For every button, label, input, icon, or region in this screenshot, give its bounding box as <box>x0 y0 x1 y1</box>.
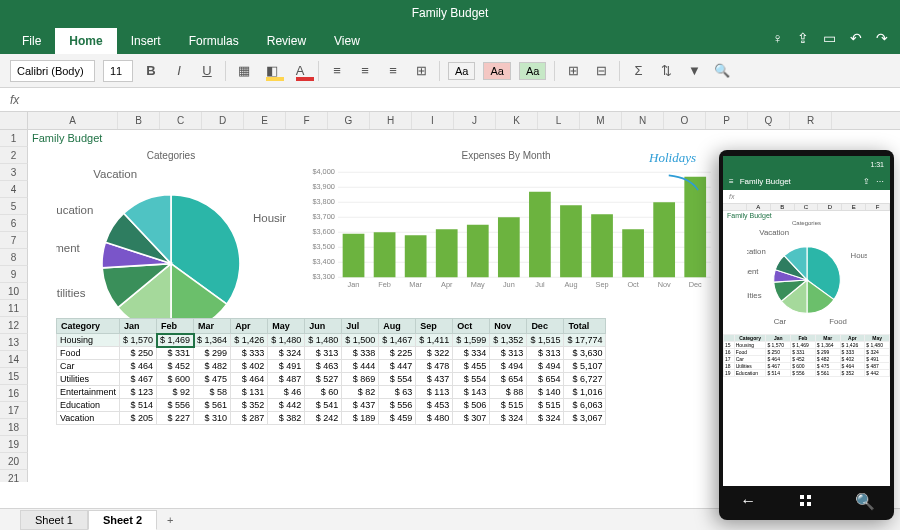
table-header[interactable]: Jan <box>120 319 157 334</box>
select-all-corner[interactable] <box>0 112 28 129</box>
table-header[interactable]: Apr <box>231 319 268 334</box>
col-header-D[interactable]: D <box>202 112 244 129</box>
align-left-button[interactable]: ≡ <box>327 60 347 82</box>
table-header[interactable]: Jun <box>305 319 342 334</box>
table-row[interactable]: Food$ 250$ 331$ 299$ 333$ 324$ 313$ 338$… <box>57 347 606 360</box>
row-header-1[interactable]: 1 <box>0 130 28 147</box>
redo-icon[interactable]: ↷ <box>876 30 888 46</box>
row-header-3[interactable]: 3 <box>0 164 28 181</box>
row-header-2[interactable]: 2 <box>0 147 28 164</box>
table-row[interactable]: Entertainment$ 123$ 92$ 58$ 131$ 46$ 60$… <box>57 386 606 399</box>
row-header-10[interactable]: 10 <box>0 283 28 300</box>
tab-formulas[interactable]: Formulas <box>175 28 253 54</box>
tab-file[interactable]: File <box>8 28 55 54</box>
phone-more-icon[interactable]: ⋯ <box>876 177 884 186</box>
undo-icon[interactable]: ↶ <box>850 30 862 46</box>
row-header-4[interactable]: 4 <box>0 181 28 198</box>
sheet-tab[interactable]: Sheet 2 <box>88 510 157 530</box>
find-button[interactable]: 🔍 <box>712 60 732 82</box>
font-color-button[interactable]: A <box>290 60 310 82</box>
row-header-6[interactable]: 6 <box>0 215 28 232</box>
phone-data-table[interactable]: CategoryJanFebMarAprMay15Housing$ 1,570$… <box>723 334 890 377</box>
row-header-16[interactable]: 16 <box>0 385 28 402</box>
sheet-tab[interactable]: Sheet 1 <box>20 510 88 530</box>
row-header-20[interactable]: 20 <box>0 453 28 470</box>
table-row[interactable]: Housing$ 1,570$ 1,469$ 1,364$ 1,426$ 1,4… <box>57 334 606 347</box>
tab-home[interactable]: Home <box>55 28 116 54</box>
cell-style-1[interactable]: Aa <box>448 62 475 80</box>
col-header-B[interactable]: B <box>118 112 160 129</box>
table-header[interactable]: Nov <box>490 319 527 334</box>
underline-button[interactable]: U <box>197 60 217 82</box>
table-header[interactable]: Oct <box>453 319 490 334</box>
row-header-11[interactable]: 11 <box>0 300 28 317</box>
table-header[interactable]: Sep <box>416 319 453 334</box>
add-sheet-button[interactable]: + <box>157 511 183 529</box>
border-button[interactable]: ▦ <box>234 60 254 82</box>
col-header-H[interactable]: H <box>370 112 412 129</box>
fill-color-button[interactable]: ◧ <box>262 60 282 82</box>
cell-style-3[interactable]: Aa <box>519 62 546 80</box>
lightbulb-icon[interactable]: ♀ <box>773 30 784 46</box>
col-header-A[interactable]: A <box>28 112 118 129</box>
row-header-13[interactable]: 13 <box>0 334 28 351</box>
filter-button[interactable]: ▼ <box>684 60 704 82</box>
bold-button[interactable]: B <box>141 60 161 82</box>
bar-chart[interactable]: Expenses By Month Holidays $3,300$3,400$… <box>296 150 716 300</box>
col-header-Q[interactable]: Q <box>748 112 790 129</box>
col-header-G[interactable]: G <box>328 112 370 129</box>
row-header-5[interactable]: 5 <box>0 198 28 215</box>
col-header-R[interactable]: R <box>790 112 832 129</box>
align-right-button[interactable]: ≡ <box>383 60 403 82</box>
delete-cells-button[interactable]: ⊟ <box>591 60 611 82</box>
row-header-19[interactable]: 19 <box>0 436 28 453</box>
font-size-select[interactable]: 11 <box>103 60 133 82</box>
table-header[interactable]: Jul <box>342 319 379 334</box>
table-row[interactable]: Vacation$ 205$ 227$ 310$ 287$ 382$ 242$ … <box>57 412 606 425</box>
table-row[interactable]: Education$ 514$ 556$ 561$ 352$ 442$ 541$… <box>57 399 606 412</box>
row-header-7[interactable]: 7 <box>0 232 28 249</box>
col-header-O[interactable]: O <box>664 112 706 129</box>
sort-button[interactable]: ⇅ <box>656 60 676 82</box>
col-header-I[interactable]: I <box>412 112 454 129</box>
col-header-N[interactable]: N <box>622 112 664 129</box>
table-header[interactable]: Dec <box>527 319 564 334</box>
col-header-F[interactable]: F <box>286 112 328 129</box>
row-header-21[interactable]: 21 <box>0 470 28 482</box>
col-header-M[interactable]: M <box>580 112 622 129</box>
phone-share-icon[interactable]: ⇪ <box>863 177 870 186</box>
phone-formula-bar[interactable]: fx <box>723 190 890 204</box>
cell-b1-title[interactable]: Family Budget <box>28 130 106 146</box>
align-center-button[interactable]: ≡ <box>355 60 375 82</box>
row-header-17[interactable]: 17 <box>0 402 28 419</box>
col-header-E[interactable]: E <box>244 112 286 129</box>
phone-back-button[interactable]: ← <box>728 489 768 513</box>
table-header[interactable]: Category <box>57 319 120 334</box>
row-header-14[interactable]: 14 <box>0 351 28 368</box>
table-row[interactable]: Car$ 464$ 452$ 482$ 402$ 491$ 463$ 444$ … <box>57 360 606 373</box>
share-icon[interactable]: ⇪ <box>797 30 809 46</box>
book-icon[interactable]: ▭ <box>823 30 836 46</box>
table-header[interactable]: May <box>268 319 305 334</box>
autosum-button[interactable]: Σ <box>628 60 648 82</box>
phone-search-button[interactable]: 🔍 <box>845 489 885 513</box>
cell-style-2[interactable]: Aa <box>483 62 510 80</box>
table-header[interactable]: Total <box>564 319 606 334</box>
table-header[interactable]: Mar <box>194 319 231 334</box>
col-header-J[interactable]: J <box>454 112 496 129</box>
row-header-15[interactable]: 15 <box>0 368 28 385</box>
pie-chart[interactable]: Categories HousingFoodCarUtilitiesEntert… <box>56 150 286 300</box>
row-header-9[interactable]: 9 <box>0 266 28 283</box>
table-header[interactable]: Feb <box>157 319 194 334</box>
table-row[interactable]: Utilities$ 467$ 600$ 475$ 464$ 487$ 527$… <box>57 373 606 386</box>
font-name-select[interactable]: Calibri (Body) <box>10 60 95 82</box>
col-header-L[interactable]: L <box>538 112 580 129</box>
row-header-18[interactable]: 18 <box>0 419 28 436</box>
col-header-C[interactable]: C <box>160 112 202 129</box>
row-header-8[interactable]: 8 <box>0 249 28 266</box>
row-header-12[interactable]: 12 <box>0 317 28 334</box>
hamburger-icon[interactable]: ≡ <box>729 177 734 186</box>
data-table[interactable]: CategoryJanFebMarAprMayJunJulAugSepOctNo… <box>56 318 606 425</box>
phone-home-button[interactable] <box>786 489 826 513</box>
col-header-P[interactable]: P <box>706 112 748 129</box>
